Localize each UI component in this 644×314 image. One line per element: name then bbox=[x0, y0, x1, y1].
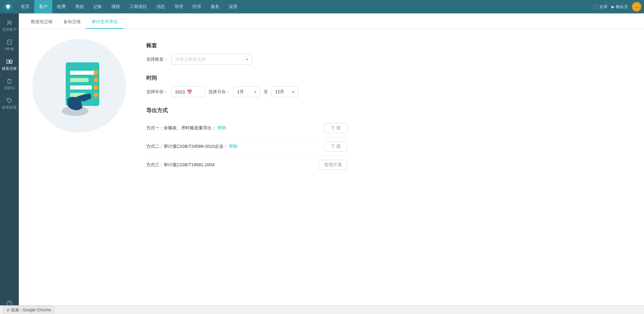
nav-bookkeeping[interactable]: 记账 bbox=[89, 0, 107, 13]
method3-open-button[interactable]: 暂缓开通 bbox=[319, 160, 347, 170]
zero-report-icon bbox=[6, 39, 13, 46]
nav-service[interactable]: 服务 bbox=[206, 0, 224, 13]
sidebar: 全部客户 0申报 账套迁移 回收站 bbox=[0, 13, 19, 314]
svg-point-16 bbox=[94, 78, 98, 82]
nav-manage[interactable]: 管理 bbox=[170, 0, 188, 13]
chrome-icon: ⊙ bbox=[6, 308, 10, 312]
method3-text: 方式三：审计接口GB/T19581-2004 bbox=[146, 162, 215, 168]
month-to-select[interactable]: 12月 ▾ bbox=[271, 86, 298, 97]
trash-icon bbox=[6, 78, 13, 84]
export-method-3: 方式三：审计接口GB/T19581-2004 暂缓开通 bbox=[146, 156, 347, 174]
chevron-down-icon: ▾ bbox=[254, 89, 257, 95]
svg-rect-4 bbox=[7, 40, 11, 45]
time-form-row: 选择年份： 2023 📅 选择月份： 1月 ▾ 至 12月 bbox=[146, 86, 347, 97]
method2-download-button[interactable]: 下 载 bbox=[324, 141, 347, 151]
year-input[interactable]: 2023 📅 bbox=[171, 86, 205, 97]
method1-download-button[interactable]: 下 载 bbox=[324, 123, 347, 133]
page-content: 账套 选择账套： 请输入账套名称 ▾ 时间 选择年份： bbox=[19, 29, 644, 314]
section-divider-1 bbox=[146, 68, 347, 75]
account-placeholder: 请输入账套名称 bbox=[175, 56, 246, 62]
nav-tax[interactable]: 报税 bbox=[107, 0, 125, 13]
migrate-icon bbox=[6, 58, 13, 65]
user-avatar[interactable]: 🐱 bbox=[632, 2, 641, 11]
nav-client[interactable]: 客户 bbox=[34, 0, 52, 13]
nav-charge[interactable]: 收费 bbox=[52, 0, 70, 13]
account-section-title: 账套 bbox=[146, 42, 347, 49]
chevron-down-icon: ▾ bbox=[246, 57, 248, 62]
sidebar-item-all-clients[interactable]: 全部客户 bbox=[0, 16, 19, 36]
year-label: 选择年份： bbox=[146, 89, 168, 95]
tag-icon bbox=[6, 97, 13, 104]
sidebar-item-zero-report[interactable]: 0申报 bbox=[0, 36, 19, 55]
calendar-icon: 📅 bbox=[187, 89, 192, 95]
svg-point-9 bbox=[9, 304, 9, 305]
svg-rect-11 bbox=[70, 71, 95, 75]
nav-invoice[interactable]: 票据 bbox=[70, 0, 89, 13]
fullscreen-button[interactable]: ⛶ 全屏 bbox=[594, 4, 607, 10]
audit-illustration bbox=[49, 52, 109, 119]
month-from-select[interactable]: 1月 ▾ bbox=[233, 86, 260, 97]
play-icon: ▶ bbox=[611, 4, 614, 9]
nav-home[interactable]: 首页 bbox=[16, 0, 34, 13]
method1-text: 方式一：余额表、序时账批量导出： 帮助 bbox=[146, 125, 226, 131]
top-navigation: 首页 客户 收费 票据 记账 报税 工商项目 消息 管理 经营 服务 设置 ⛶ … bbox=[0, 0, 644, 13]
svg-point-1 bbox=[7, 5, 9, 8]
sidebar-item-trash[interactable]: 回收站 bbox=[0, 74, 19, 94]
right-form: 账套 选择账套： 请输入账套名称 ▾ 时间 选择年份： bbox=[146, 39, 347, 174]
month-label: 选择月份： bbox=[208, 89, 230, 95]
svg-point-2 bbox=[8, 21, 10, 23]
nav-menu: 首页 客户 收费 票据 记账 报税 工商项目 消息 管理 经营 服务 设置 bbox=[16, 0, 594, 13]
status-bar-chrome-item[interactable]: ⊙ 线索 - Google Chrome bbox=[3, 306, 54, 314]
member-button[interactable]: ▶ 畅会员 bbox=[611, 4, 628, 10]
fullscreen-icon: ⛶ bbox=[594, 4, 598, 9]
main-layout: 全部客户 0申报 账套迁移 回收站 bbox=[0, 13, 644, 314]
svg-rect-13 bbox=[70, 85, 92, 89]
tab-backup-migrate[interactable]: 备份迁移 bbox=[58, 19, 86, 29]
account-select-input[interactable]: 请输入账套名称 ▾ bbox=[171, 54, 252, 65]
account-label: 选择账套： bbox=[146, 56, 168, 62]
svg-point-7 bbox=[8, 99, 9, 100]
export-method-1: 方式一：余额表、序时账批量导出： 帮助 下 载 bbox=[146, 119, 347, 137]
chevron-down-icon: ▾ bbox=[292, 89, 294, 95]
export-section-title: 导出方式 bbox=[146, 107, 347, 114]
illustration bbox=[32, 39, 126, 133]
to-separator: 至 bbox=[264, 89, 268, 95]
tab-audit-export[interactable]: 审计文件导出 bbox=[86, 19, 123, 29]
sidebar-item-tag-settings[interactable]: 标签设置 bbox=[0, 94, 19, 113]
nav-settings[interactable]: 设置 bbox=[224, 0, 242, 13]
time-section-title: 时间 bbox=[146, 75, 347, 82]
nav-operation[interactable]: 经营 bbox=[188, 0, 206, 13]
content-area: 数据包迁移 备份迁移 审计文件导出 bbox=[19, 13, 644, 314]
method2-help-link[interactable]: 帮助 bbox=[229, 144, 237, 149]
tab-bar: 数据包迁移 备份迁移 审计文件导出 bbox=[19, 13, 644, 29]
sidebar-item-migrate[interactable]: 账套迁移 bbox=[0, 55, 19, 74]
svg-point-18 bbox=[94, 92, 98, 97]
nav-business[interactable]: 工商项目 bbox=[125, 0, 152, 13]
users-icon bbox=[6, 19, 13, 26]
section-divider-2 bbox=[146, 101, 347, 107]
logo bbox=[3, 1, 13, 12]
nav-message[interactable]: 消息 bbox=[152, 0, 170, 13]
svg-rect-5 bbox=[7, 60, 9, 63]
method1-help-link[interactable]: 帮助 bbox=[217, 125, 226, 130]
inner-layout: 账套 选择账套： 请输入账套名称 ▾ 时间 选择年份： bbox=[32, 39, 631, 174]
status-bar: ⊙ 线索 - Google Chrome bbox=[0, 305, 644, 314]
svg-point-3 bbox=[10, 21, 12, 23]
account-form-row: 选择账套： 请输入账套名称 ▾ bbox=[146, 54, 347, 65]
svg-rect-12 bbox=[70, 78, 89, 82]
svg-point-17 bbox=[94, 85, 98, 90]
tab-data-migrate[interactable]: 数据包迁移 bbox=[25, 19, 58, 29]
export-method-2: 方式二：审计接口GB/T24589-2010企业： 帮助 下 载 bbox=[146, 137, 347, 156]
nav-right-area: ⛶ 全屏 ▶ 畅会员 🐱 bbox=[594, 2, 641, 11]
svg-point-15 bbox=[94, 70, 98, 75]
method2-text: 方式二：审计接口GB/T24589-2010企业： 帮助 bbox=[146, 143, 237, 149]
